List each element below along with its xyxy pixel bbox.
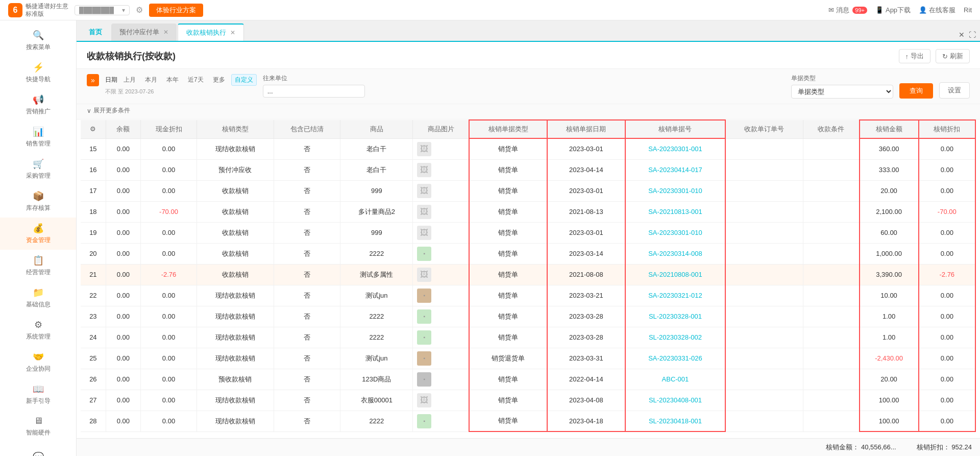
sidebar-item-label: 营销推广 xyxy=(26,107,51,116)
cell-balance: 0.00 xyxy=(106,180,140,201)
footer-cancel-amount: 核销金额： 40,556,66... xyxy=(826,443,896,452)
filter-date-more[interactable]: 更多 xyxy=(210,75,228,85)
sidebar-item-label: 智能硬件 xyxy=(26,428,51,437)
expand-more-btn[interactable]: ∨ 展开更多条件 xyxy=(87,106,970,115)
tab-prepay-close[interactable]: ✕ xyxy=(163,29,168,36)
expand-more-label: 展开更多条件 xyxy=(93,106,130,115)
settings-icon[interactable]: ⚙ xyxy=(136,5,143,15)
cell-id: 19 xyxy=(81,222,106,243)
sidebar-item-sales[interactable]: 📊 销售管理 xyxy=(0,121,76,153)
sidebar-item-shortcut[interactable]: ⚡ 快捷导航 xyxy=(0,57,76,89)
logo: 6 畅捷通谱好生意 标准版 xyxy=(8,3,68,17)
purchase-icon: 🛒 xyxy=(33,158,44,170)
cell-include-settled: 否 xyxy=(274,264,340,285)
bill-no-link[interactable]: SA-20230301-010 xyxy=(648,229,702,236)
sidebar-item-purchase[interactable]: 🛒 采购管理 xyxy=(0,153,76,185)
sidebar-item-enterprise[interactable]: 🤝 企业协同 xyxy=(0,346,76,378)
bill-no-link[interactable]: SA-20230301-001 xyxy=(648,145,702,153)
query-button[interactable]: 查询 xyxy=(899,83,933,99)
table-body: 15 0.00 0.00 现结收款核销 否 老白干 🖼 销货单 2023-03-… xyxy=(81,138,975,431)
bill-no-link[interactable]: SA-20210808-001 xyxy=(648,271,702,278)
product-img: ▪ xyxy=(417,247,431,261)
product-img: 🖼 xyxy=(417,393,431,407)
cell-bill-date: 2023-03-28 xyxy=(547,327,625,348)
filter-unit-input[interactable] xyxy=(263,85,365,98)
cell-receipt-condition xyxy=(803,243,860,264)
settings-col-icon[interactable]: ⚙ xyxy=(90,125,96,133)
filter-type-select[interactable]: 单据类型 xyxy=(791,85,893,99)
bill-no-link[interactable]: SA-20230321-012 xyxy=(648,292,702,299)
cell-balance: 0.00 xyxy=(106,411,140,431)
cell-include-settled: 否 xyxy=(274,369,340,390)
tab-expand-icon[interactable]: ⛶ xyxy=(969,31,976,39)
tab-home[interactable]: 首页 xyxy=(81,23,110,41)
cell-include-settled: 否 xyxy=(274,222,340,243)
company-dropdown[interactable]: ████████ ▾ xyxy=(75,5,130,15)
filter-date-custom[interactable]: 自定义 xyxy=(231,74,257,86)
col-receipt-order: 收款单订单号 xyxy=(725,120,803,138)
bill-no-link[interactable]: SL-20230328-001 xyxy=(649,313,702,320)
cell-cash-discount: 0.00 xyxy=(141,159,197,180)
cell-receipt-order xyxy=(725,222,803,243)
tab-close-all-icon[interactable]: ✕ xyxy=(959,31,965,39)
tab-receipt-close[interactable]: ✕ xyxy=(230,29,235,36)
cell-cash-discount: 0.00 xyxy=(141,306,197,327)
bill-no-link[interactable]: SA-20230301-010 xyxy=(648,187,702,195)
sidebar-item-search[interactable]: 🔍 搜索菜单 xyxy=(0,25,76,57)
user-name[interactable]: Rit xyxy=(964,6,972,14)
cell-product-img: 🖼 xyxy=(413,201,470,222)
message-btn[interactable]: ✉ 消息 99+ xyxy=(828,6,867,15)
sidebar-item-system[interactable]: ⚙ 系统管理 xyxy=(0,314,76,346)
col-bill-date: 核销单据日期 xyxy=(547,120,625,138)
sidebar-item-label: 采购管理 xyxy=(26,172,51,180)
cell-bill-type: 销货单 xyxy=(469,264,547,285)
cell-bill-no: SA-20230314-008 xyxy=(625,243,725,264)
filter-expand-button[interactable]: » xyxy=(87,74,99,86)
filter-type-label: 单据类型 xyxy=(791,74,893,83)
bill-no-link[interactable]: SA-20230314-008 xyxy=(648,250,702,257)
sidebar-item-hardware[interactable]: 🖥 智能硬件 xyxy=(0,411,76,442)
filter-date-this-year[interactable]: 本年 xyxy=(163,75,182,85)
footer-cancel-discount-label: 核销折扣： xyxy=(917,443,950,451)
bill-no-link[interactable]: SA-20230414-017 xyxy=(648,166,702,174)
set-button[interactable]: 设置 xyxy=(939,82,970,99)
tab-prepay[interactable]: 预付冲应付单 ✕ xyxy=(111,23,177,41)
product-img: 🖼 xyxy=(417,205,431,219)
refresh-button[interactable]: ↻ 刷新 xyxy=(936,49,970,63)
sidebar-item-inventory[interactable]: 📦 库存核算 xyxy=(0,185,76,218)
cell-bill-type: 销货退货单 xyxy=(469,348,547,369)
bill-no-link[interactable]: SA-20230331-026 xyxy=(648,354,702,362)
sidebar-item-finance[interactable]: 💰 资金管理 xyxy=(0,218,76,250)
bill-no-link[interactable]: SL-20230328-002 xyxy=(649,333,702,341)
filter-date-last-month[interactable]: 上月 xyxy=(120,75,139,85)
sidebar-item-guide[interactable]: 📖 新手引导 xyxy=(0,378,76,411)
cell-bill-type: 销货单 xyxy=(469,411,547,431)
product-img: 🖼 xyxy=(417,226,431,240)
sidebar-item-basics[interactable]: 📁 基础信息 xyxy=(0,282,76,314)
bill-no-link[interactable]: ABC-001 xyxy=(662,375,689,383)
cell-id: 25 xyxy=(81,348,106,369)
online-service-btn[interactable]: 👤 在线客服 xyxy=(919,6,955,15)
bill-no-link[interactable]: SA-20210813-001 xyxy=(648,208,702,215)
cell-receipt-order xyxy=(725,285,803,306)
cell-cancel-discount: -70.00 xyxy=(919,201,975,222)
bill-no-link[interactable]: SL-20230418-001 xyxy=(649,417,702,425)
refresh-icon: ↻ xyxy=(942,53,948,60)
cell-receipt-order xyxy=(725,390,803,411)
sidebar-item-wechat[interactable]: 💬 企业微信 xyxy=(0,446,76,456)
export-button[interactable]: ↑ 导出 xyxy=(899,49,931,63)
tab-receipt[interactable]: 收款核销执行 ✕ xyxy=(178,23,244,41)
sidebar-item-operations[interactable]: 📋 经营管理 xyxy=(0,250,76,282)
bill-no-link[interactable]: SL-20230408-001 xyxy=(649,396,702,404)
sidebar-item-label: 企业协同 xyxy=(26,365,51,373)
app-download-btn[interactable]: 📱 App下载 xyxy=(875,6,911,15)
cell-cancel-amount: 333.00 xyxy=(860,159,919,180)
download-icon: 📱 xyxy=(875,6,884,14)
cell-receipt-condition xyxy=(803,390,860,411)
export-icon: ↑ xyxy=(905,53,909,60)
cell-include-settled: 否 xyxy=(274,411,340,431)
industry-btn[interactable]: 体验行业方案 xyxy=(149,4,203,17)
filter-date-7days[interactable]: 近7天 xyxy=(185,75,207,85)
filter-date-this-month[interactable]: 本月 xyxy=(142,75,160,85)
sidebar-item-marketing[interactable]: 📢 营销推广 xyxy=(0,89,76,121)
